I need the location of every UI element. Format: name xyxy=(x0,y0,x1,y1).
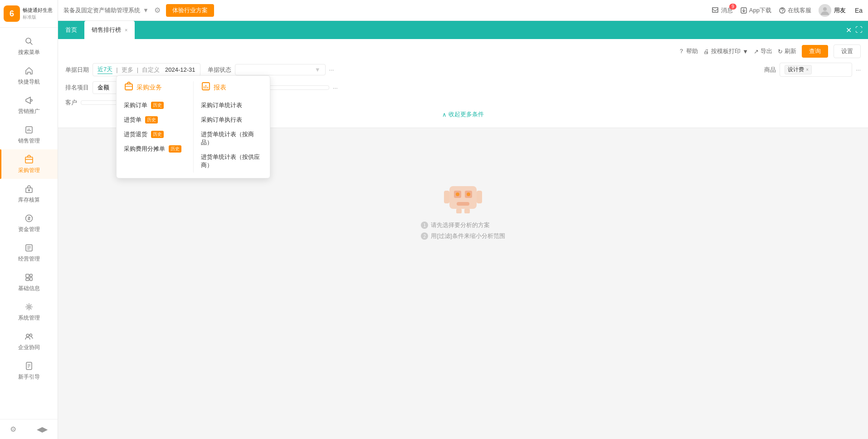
status-select[interactable]: ▼ xyxy=(235,64,326,75)
system-title-dropdown-icon[interactable]: ▼ xyxy=(143,7,149,14)
dropdown-purchase-order[interactable]: 采购订单 历史 xyxy=(122,98,188,113)
print-btn[interactable]: 🖨 按模板打印 ▼ xyxy=(703,47,748,55)
history-badge-0[interactable]: 历史 xyxy=(151,102,164,109)
inbound-label: 进货单 xyxy=(124,116,141,124)
svg-point-2 xyxy=(30,99,32,101)
inbound-return-label: 进货退货 xyxy=(124,130,147,138)
sidebar-item-operations[interactable]: 经营管理 xyxy=(0,238,58,267)
status-label: 单据状态 xyxy=(208,66,231,74)
purchase-section-label: 采购业务 xyxy=(137,84,162,92)
sidebar-item-sales[interactable]: 销售管理 xyxy=(0,120,58,149)
online-service-btn[interactable]: 在线客服 xyxy=(779,6,811,15)
history-badge-1[interactable]: 历史 xyxy=(145,116,158,123)
tab-close-icon[interactable]: × xyxy=(125,27,127,33)
sidebar-item-purchase[interactable]: 采购管理 xyxy=(0,149,58,179)
sidebar-item-base[interactable]: 基础信息 xyxy=(0,267,58,297)
step-1-badge: 1 xyxy=(421,222,428,229)
print-label: 按模板打印 xyxy=(711,47,741,55)
tab-home[interactable]: 首页 xyxy=(58,21,84,39)
sidebar-collapse-icon[interactable]: ◀▶ xyxy=(37,425,48,434)
svg-point-21 xyxy=(29,334,32,336)
tab-sales-ranking[interactable]: 销售排行榜 × xyxy=(84,21,135,39)
sidebar-item-inventory[interactable]: 库存核算 xyxy=(0,179,58,208)
sidebar-item-finance[interactable]: 资金管理 xyxy=(0,208,58,238)
collapse-icon: ∧ xyxy=(442,111,447,118)
logo-area: 6 畅捷通好生意 标准版 xyxy=(0,0,58,28)
goods-input[interactable]: 设计费 × xyxy=(780,63,852,77)
tab-active-label: 销售排行榜 xyxy=(92,26,121,34)
dropdown-inbound[interactable]: 进货单 历史 xyxy=(122,113,188,127)
export-btn[interactable]: ↗ 导出 xyxy=(754,47,772,55)
purchase-section-title: 采购业务 xyxy=(122,81,188,94)
sidebar-label-sales: 销售管理 xyxy=(18,137,40,145)
empty-illustration xyxy=(440,175,486,216)
date-input[interactable]: 近7天 | 更多 | 自定义 2024-12-31 xyxy=(93,63,200,76)
goods-tag-close[interactable]: × xyxy=(806,67,809,72)
step-1-text: 请先选择要分析的方案 xyxy=(431,221,490,229)
dropdown-purchase-expense[interactable]: 采购费用分摊单 历史 xyxy=(122,142,188,156)
operations-nav-icon xyxy=(24,242,34,253)
goods-label: 商品 xyxy=(764,66,776,74)
svg-rect-18 xyxy=(30,277,32,281)
ea-text: Ea xyxy=(855,7,863,14)
logo-badge: 标准版 xyxy=(23,14,53,20)
dropdown-inbound-return[interactable]: 进货退货 历史 xyxy=(122,127,188,142)
dropdown-purchase-order-stats[interactable]: 采购订单统计表 xyxy=(199,98,265,113)
dropdown-purchase-order-exec[interactable]: 采购订单执行表 xyxy=(199,113,265,127)
goods-more-icon[interactable]: ··· xyxy=(856,66,861,73)
sidebar-item-system[interactable]: 系统管理 xyxy=(0,297,58,326)
svg-rect-36 xyxy=(477,191,482,203)
logo-icon: 6 xyxy=(4,5,20,22)
filter-toolbar: ？ 帮助 🖨 按模板打印 ▼ ↗ 导出 ↻ 刷新 xyxy=(65,44,861,58)
svg-rect-16 xyxy=(26,278,29,281)
refresh-btn[interactable]: ↻ 刷新 xyxy=(778,47,796,55)
tabs-bar: 首页 销售排行榜 × ✕ ⛶ xyxy=(58,21,868,39)
date-options-custom[interactable]: 自定义 xyxy=(142,66,160,74)
sidebar-settings-icon[interactable]: ⚙ xyxy=(10,425,16,434)
svg-point-9 xyxy=(28,190,29,191)
sidebar-item-search[interactable]: 搜索菜单 xyxy=(0,31,58,61)
date-value: 2024-12-31 xyxy=(165,66,195,73)
sidebar-item-marketing[interactable]: 营销推广 xyxy=(0,90,58,120)
industry-btn[interactable]: 体验行业方案 xyxy=(166,4,214,17)
print-dropdown-icon: ▼ xyxy=(742,48,748,55)
history-badge-3[interactable]: 历史 xyxy=(169,145,181,153)
staff-more-icon[interactable]: ··· xyxy=(333,84,338,91)
goods-tag-text: 设计费 xyxy=(788,66,804,74)
sidebar-item-quicknav[interactable]: 快捷导航 xyxy=(0,61,58,90)
sidebar-item-guide[interactable]: 新手引导 xyxy=(0,356,58,385)
sidebar-item-enterprise[interactable]: 企业协同 xyxy=(0,326,58,356)
svg-point-28 xyxy=(782,12,783,13)
refresh-icon: ↻ xyxy=(778,48,783,55)
inbound-stats-goods-label: 进货单统计表（按商品） xyxy=(201,130,263,147)
export-label: 导出 xyxy=(761,47,772,55)
tab-bar-expand-icon[interactable]: ⛶ xyxy=(855,26,863,34)
main-area: 装备及固定资产辅助管理系统 ▼ ⚙ 体验行业方案 消息 9 App下载 在线客服 xyxy=(58,0,868,439)
tab-bar-close-icon[interactable]: ✕ xyxy=(846,26,852,35)
system-title: 装备及固定资产辅助管理系统 xyxy=(63,6,140,15)
topbar-right: 消息 9 App下载 在线客服 用友 Ea xyxy=(711,4,863,17)
dropdown-inbound-stats-supplier[interactable]: 进货单统计表（按供应商） xyxy=(199,150,265,173)
sidebar-label-quicknav: 快捷导航 xyxy=(18,78,40,86)
history-badge-2[interactable]: 历史 xyxy=(151,131,164,138)
settings-button[interactable]: 设置 xyxy=(834,44,861,58)
date-options-more[interactable]: 更多 xyxy=(122,66,133,74)
svg-line-1 xyxy=(30,43,32,45)
app-download-btn[interactable]: App下载 xyxy=(740,6,771,15)
topbar-settings-icon[interactable]: ⚙ xyxy=(154,6,161,15)
user-menu[interactable]: 用友 xyxy=(819,4,846,17)
status-dropdown-icon: ▼ xyxy=(315,66,321,73)
filter-row-1: 单据日期 近7天 | 更多 | 自定义 2024-12-31 单据状 xyxy=(65,63,861,77)
messages-btn[interactable]: 消息 9 xyxy=(711,6,733,15)
dropdown-inbound-stats-goods[interactable]: 进货单统计表（按商品） xyxy=(199,127,265,150)
help-btn[interactable]: ？ 帮助 xyxy=(678,47,698,55)
sales-nav-icon xyxy=(24,124,34,135)
status-filter: 单据状态 ▼ ··· xyxy=(208,64,334,75)
date-options-7days[interactable]: 近7天 xyxy=(98,65,112,74)
status-more-icon[interactable]: ··· xyxy=(329,66,334,73)
query-button[interactable]: 查询 xyxy=(802,45,828,58)
sidebar-nav: 搜索菜单 快捷导航 营销推广 销售管理 xyxy=(0,28,58,419)
sidebar: 6 畅捷通好生意 标准版 搜索菜单 快捷导航 xyxy=(0,0,58,439)
rank-label: 排名项目 xyxy=(65,84,89,92)
date-label: 单据日期 xyxy=(65,66,89,74)
